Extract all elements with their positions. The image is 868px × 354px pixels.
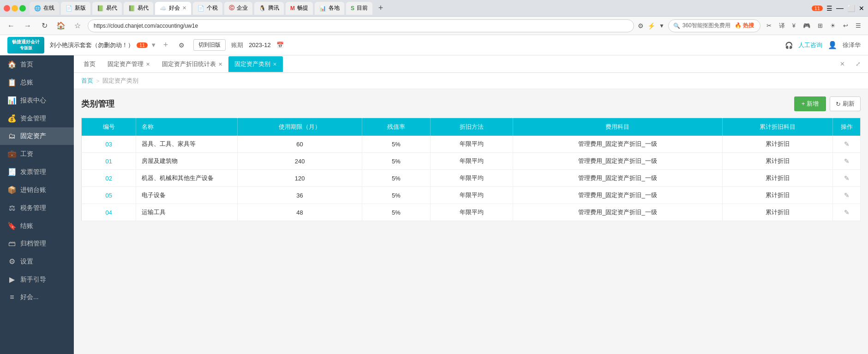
minimize-icon[interactable]: — — [836, 4, 844, 12]
more-icon: ≡ — [7, 293, 17, 301]
window-minimize[interactable] — [12, 5, 18, 12]
cell-action[interactable]: ✎ — [833, 187, 861, 204]
game-icon-btn[interactable]: 🎮 — [801, 21, 813, 30]
page-tab-asset-depr-close[interactable]: ✕ — [218, 61, 222, 67]
edit-icon[interactable]: ✎ — [844, 192, 850, 199]
page-tab-asset-mgmt[interactable]: 固定资产管理 ✕ — [102, 56, 156, 72]
sidebar-item-settings[interactable]: ⚙ 设置 — [0, 252, 74, 270]
browser-tab-8[interactable]: 🐧 腾讯 — [254, 2, 284, 15]
sidebar-item-home[interactable]: 🏠 首页 — [0, 55, 74, 73]
sidebar-item-settle[interactable]: 🔖 结账 — [0, 217, 74, 235]
cell-residual: 5% — [362, 204, 431, 221]
cut-icon-btn[interactable]: ✂ — [764, 21, 774, 30]
maximize-content-btn[interactable]: ⤢ — [851, 58, 864, 71]
tab-bar: 首页 固定资产管理 ✕ 固定资产折旧统计表 ✕ 固定资产类别 ✕ ✕ ⤢ — [74, 55, 868, 73]
sidebar-item-more[interactable]: ≡ 好会... — [0, 288, 74, 306]
page-tab-asset-mgmt-close[interactable]: ✕ — [146, 61, 150, 67]
browser-tab-9[interactable]: M 畅提 — [286, 2, 313, 15]
edit-icon[interactable]: ✎ — [844, 157, 850, 165]
theme-icon-btn[interactable]: ☀ — [828, 21, 838, 30]
reload-btn[interactable]: ↻ — [38, 19, 51, 32]
back-btn[interactable]: ← — [5, 19, 18, 32]
grid-icon-btn[interactable]: ⊞ — [815, 21, 825, 30]
search-placeholder: 360智能抠图免费用 — [682, 22, 730, 30]
sidebar-item-assets[interactable]: 🗂 固定资产 — [0, 127, 74, 145]
menu-icon-btn[interactable]: ☰ — [853, 21, 863, 30]
cell-code: 01 — [82, 153, 136, 170]
browser-tab-6[interactable]: 📄 个税 — [193, 2, 222, 15]
window-maximize[interactable] — [19, 5, 26, 12]
hot-label: 🔥 热搜 — [735, 22, 754, 30]
sidebar-item-purchase[interactable]: 📦 进销台账 — [0, 181, 74, 199]
sidebar-item-ledger[interactable]: 📋 总账 — [0, 73, 74, 91]
new-tab-btn[interactable]: + — [374, 2, 387, 15]
add-company-btn[interactable]: + — [159, 39, 172, 52]
browser-tab-2[interactable]: 📄 新版 — [61, 2, 90, 15]
close-window-icon[interactable]: ✕ — [859, 5, 864, 12]
sidebar-item-tax[interactable]: ⚖ 税务管理 — [0, 199, 74, 217]
service-label[interactable]: 人工咨询 — [798, 41, 822, 49]
topbar-right: 🎧 人工咨询 👤 徐泽华 — [785, 41, 861, 49]
browser-tab-11[interactable]: S 目前 — [346, 2, 372, 15]
cell-action[interactable]: ✎ — [833, 204, 861, 221]
restore-icon[interactable]: ⬜ — [847, 5, 855, 12]
sidebar-label-assets: 固定资产 — [20, 132, 46, 140]
page-tab-asset-depr[interactable]: 固定资产折旧统计表 ✕ — [156, 56, 228, 72]
title-actions: + 新增 ↻ 刷新 — [794, 96, 861, 111]
sidebar-item-salary[interactable]: 💼 工资 — [0, 145, 74, 163]
browser-tab-5[interactable]: ☁️ 好会 ✕ — [155, 2, 191, 15]
window-close[interactable] — [4, 5, 10, 12]
col-method: 折旧方法 — [431, 118, 513, 136]
dropdown-company-icon[interactable]: ▼ — [150, 42, 156, 48]
refresh-btn[interactable]: ↻ 刷新 — [830, 96, 861, 111]
tab-label-10: 各地 — [329, 4, 340, 12]
browser-tab-3[interactable]: 📗 易代 — [92, 2, 122, 15]
cell-depr: 累计折旧 — [722, 153, 832, 170]
browser-tab-1[interactable]: 🌐 在线 — [30, 2, 59, 15]
sidebar-item-funds[interactable]: 💰 资金管理 — [0, 109, 74, 127]
breadcrumb-home[interactable]: 首页 — [81, 77, 93, 85]
tab-menu-icon[interactable]: ☰ — [826, 5, 832, 12]
sidebar-item-archive[interactable]: 🗃 归档管理 — [0, 235, 74, 252]
lightning-icon[interactable]: ⚡ — [647, 22, 655, 30]
page-title: 类别管理 — [81, 98, 114, 109]
edit-icon[interactable]: ✎ — [844, 174, 850, 182]
cell-action[interactable]: ✎ — [833, 153, 861, 170]
switch-version-btn[interactable]: 切到旧版 — [193, 39, 226, 51]
translate-icon-btn[interactable]: 译 — [777, 20, 787, 31]
cell-residual: 5% — [362, 187, 431, 204]
sidebar-item-invoice[interactable]: 🧾 发票管理 — [0, 163, 74, 181]
site-tools-icon[interactable]: ⚙ — [638, 22, 644, 30]
sidebar-item-guide[interactable]: ▶ 新手引导 — [0, 270, 74, 288]
calendar-icon[interactable]: 📅 — [276, 42, 284, 48]
home-browser-btn[interactable]: 🏠 — [54, 19, 67, 32]
logo-text: 畅捷通好会计 专版版 — [12, 39, 40, 51]
user-name: 徐泽华 — [843, 41, 861, 49]
undo-icon-btn[interactable]: ↩ — [841, 21, 850, 30]
add-btn[interactable]: + 新增 — [794, 96, 826, 111]
edit-icon[interactable]: ✎ — [844, 140, 850, 148]
browser-tab-7[interactable]: Ⓒ 企业 — [224, 2, 252, 15]
browser-tab-10[interactable]: 📊 各地 — [315, 2, 344, 15]
page-tab-asset-cat-close[interactable]: ✕ — [273, 61, 277, 67]
browser-tab-4[interactable]: 📗 易代 — [124, 2, 153, 15]
cell-action[interactable]: ✎ — [833, 170, 861, 187]
dropdown-arrow-icon[interactable]: ▼ — [659, 23, 664, 29]
coupon-icon-btn[interactable]: ¥ — [790, 21, 798, 30]
search-icon: 🔍 — [673, 23, 680, 29]
search-box[interactable]: 🔍 360智能抠图免费用 🔥 热搜 — [668, 19, 760, 32]
forward-btn[interactable]: → — [21, 19, 34, 32]
settings-company-btn[interactable]: ⚙ — [175, 39, 188, 52]
browser-tab-close-5[interactable]: ✕ — [182, 5, 186, 11]
edit-icon[interactable]: ✎ — [844, 209, 850, 216]
page-tab-asset-cat[interactable]: 固定资产类别 ✕ — [228, 56, 283, 72]
bookmark-btn[interactable]: ☆ — [71, 19, 84, 32]
close-content-btn[interactable]: ✕ — [836, 58, 849, 71]
page-tab-home[interactable]: 首页 — [78, 56, 102, 72]
cell-residual: 5% — [362, 136, 431, 153]
sidebar-item-reports[interactable]: 📊 报表中心 — [0, 91, 74, 109]
address-input[interactable] — [88, 19, 634, 32]
cell-name: 机器、机械和其他生产设备 — [136, 170, 238, 187]
cell-action[interactable]: ✎ — [833, 136, 861, 153]
cell-expense: 管理费用_固定资产折旧_一级 — [513, 136, 723, 153]
